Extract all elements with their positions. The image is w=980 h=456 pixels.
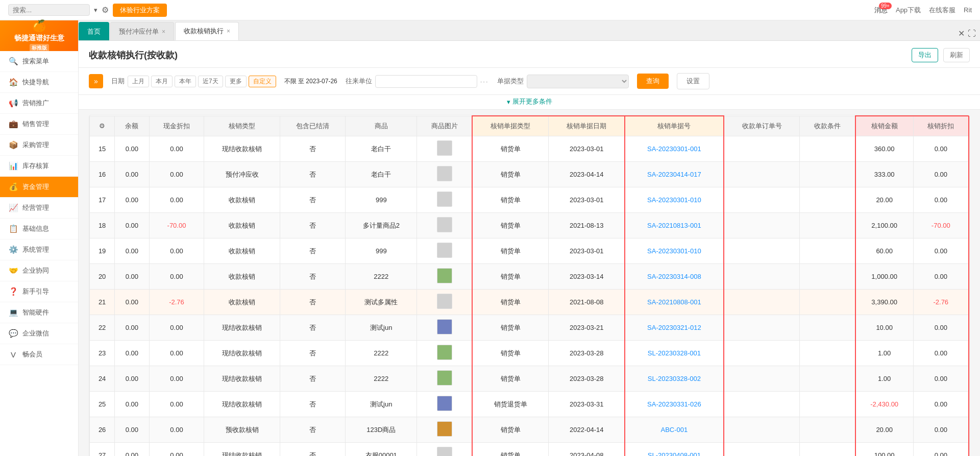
sidebar-item-guide[interactable]: ❓ 新手引导	[0, 281, 78, 302]
tab-writeoff-close[interactable]: ×	[227, 28, 230, 35]
row-bill-date: 2021-08-13	[549, 213, 625, 238]
industry-button[interactable]: 休验行业方案	[113, 4, 167, 17]
row-bill-no[interactable]: SL-20230328-002	[625, 366, 723, 392]
row-writeoff-discount: -2.76	[913, 290, 969, 315]
filter-expand-button[interactable]: »	[89, 74, 103, 88]
search-input[interactable]	[8, 4, 90, 16]
row-bill-no[interactable]: SA-20230301-001	[625, 136, 723, 162]
row-writeoff-discount: 0.00	[913, 136, 969, 162]
inventory-icon: 📊	[8, 161, 18, 171]
marketing-icon: 📢	[8, 99, 18, 108]
sidebar-item-hardware[interactable]: 💻 智能硬件	[0, 302, 78, 323]
row-bill-no[interactable]: SA-20230301-010	[625, 238, 723, 264]
table-area: ⚙ 余额 现金折扣 核销类型 包含已结清 商品 商品图片 核销单据类型 核销单据…	[79, 115, 980, 456]
app-download-link[interactable]: App下载	[896, 6, 921, 15]
row-cash-discount: 0.00	[149, 136, 204, 162]
query-button[interactable]: 查询	[637, 74, 669, 89]
row-included-settled: 否	[280, 187, 346, 213]
row-bill-no[interactable]: SA-20230301-010	[625, 187, 723, 213]
sidebar-item-label: 企业微信	[22, 329, 49, 338]
expand-more-button[interactable]: ▾ 展开更多条件	[507, 97, 552, 106]
col-gear-header[interactable]: ⚙	[90, 116, 115, 136]
row-bill-date: 2023-03-01	[549, 187, 625, 213]
col-product-img-header: 商品图片	[417, 116, 473, 136]
filter-bill-type-select[interactable]	[527, 75, 629, 88]
filter-more-btn[interactable]: 更多	[225, 76, 247, 87]
row-writeoff-amount: 3,390.00	[855, 290, 913, 315]
settings-button[interactable]: 设置	[677, 73, 709, 89]
tab-maximize-button[interactable]: ⛶	[968, 29, 976, 38]
online-service-link[interactable]: 在线客服	[929, 6, 955, 15]
sidebar-item-marketing[interactable]: 📢 营销推广	[0, 93, 78, 114]
filter-date-range: 不限 至 2023-07-26	[284, 77, 337, 86]
sidebar-item-search[interactable]: 🔍 搜索菜单	[0, 51, 78, 72]
chevron-down-icon[interactable]: ▾	[94, 6, 97, 14]
tab-bar-actions: ✕ ⛶	[958, 29, 980, 40]
row-cash-discount: -70.00	[149, 213, 204, 238]
tab-home[interactable]: 首页	[79, 22, 109, 40]
refresh-button[interactable]: 刷新	[943, 48, 970, 62]
row-product-img	[417, 238, 473, 264]
row-writeoff-type: 预收款核销	[204, 417, 280, 443]
sidebar-item-wechat[interactable]: 💬 企业微信	[0, 323, 78, 344]
sidebar-item-sales[interactable]: 💼 销售管理	[0, 114, 78, 135]
sidebar-item-quick[interactable]: 🏠 快捷导航	[0, 72, 78, 93]
row-bill-no[interactable]: SA-20210808-001	[625, 290, 723, 315]
sidebar-item-member[interactable]: V 畅会员	[0, 344, 78, 365]
row-receipt-terms	[800, 315, 855, 341]
row-bill-no[interactable]: SA-20230314-008	[625, 264, 723, 290]
filter-7days-btn[interactable]: 近7天	[198, 76, 223, 87]
row-bill-no[interactable]: SL-20230408-001	[625, 443, 723, 457]
sidebar-item-finance[interactable]: 💰 资金管理	[0, 177, 78, 198]
row-writeoff-type: 现结收款核销	[204, 366, 280, 392]
row-bill-no[interactable]: SL-20230328-001	[625, 341, 723, 366]
tab-writeoff[interactable]: 收款核销执行 ×	[175, 22, 239, 40]
row-bill-no[interactable]: SA-20230321-012	[625, 315, 723, 341]
filter-date-range-text: 不限 至 2023-07-26	[284, 77, 337, 86]
row-bill-type: 销货单	[472, 290, 548, 315]
filter-last-month-btn[interactable]: 上月	[128, 76, 149, 87]
row-bill-no[interactable]: SA-20230414-017	[625, 162, 723, 187]
row-bill-date: 2023-03-01	[549, 136, 625, 162]
row-no: 16	[90, 162, 115, 187]
row-bill-no[interactable]: ABC-001	[625, 417, 723, 443]
row-cash-discount: 0.00	[149, 417, 204, 443]
notification-icon[interactable]: 消息 99+	[874, 6, 888, 15]
sidebar-item-purchase[interactable]: 📦 采购管理	[0, 135, 78, 156]
tab-prepay-close[interactable]: ×	[162, 28, 165, 35]
row-balance: 0.00	[115, 366, 149, 392]
export-button[interactable]: 导出	[912, 48, 938, 62]
sidebar-item-operations[interactable]: 📈 经营管理	[0, 198, 78, 219]
row-receipt-order	[724, 162, 800, 187]
system-icon: ⚙️	[8, 245, 18, 254]
row-product-img	[417, 264, 473, 290]
row-writeoff-discount: 0.00	[913, 341, 969, 366]
top-bar-right: 消息 99+ App下载 在线客服 Rit	[874, 6, 972, 15]
row-bill-no[interactable]: SA-20230331-026	[625, 392, 723, 417]
tab-close-window-button[interactable]: ✕	[958, 29, 965, 38]
sidebar-item-enterprise[interactable]: 🤝 企业协同	[0, 260, 78, 281]
filter-partner-input[interactable]	[375, 75, 477, 88]
sidebar-item-label: 搜索菜单	[22, 57, 49, 66]
row-bill-type: 销货单	[472, 366, 548, 392]
filter-date-buttons: 上月 本月 本年 近7天 更多 自定义	[128, 76, 276, 87]
filter-this-year-btn[interactable]: 本年	[175, 76, 196, 87]
sidebar-item-label: 基础信息	[22, 224, 49, 233]
sidebar-item-system[interactable]: ⚙️ 系统管理	[0, 239, 78, 260]
row-product: 老白干	[346, 162, 417, 187]
filter-bar: » 日期 上月 本月 本年 近7天 更多 自定义 不限 至 2023-07-26	[79, 68, 980, 95]
sidebar-item-inventory[interactable]: 📊 库存核算	[0, 156, 78, 177]
filter-this-month-btn[interactable]: 本月	[151, 76, 173, 87]
settings-icon[interactable]: ⚙	[102, 5, 109, 15]
filter-custom-btn[interactable]: 自定义	[249, 76, 276, 87]
row-product: 测试jun	[346, 315, 417, 341]
row-bill-type: 销货单	[472, 341, 548, 366]
row-receipt-terms	[800, 187, 855, 213]
tab-prepay[interactable]: 预付冲应付单 ×	[110, 22, 174, 40]
row-balance: 0.00	[115, 213, 149, 238]
row-no: 22	[90, 315, 115, 341]
sidebar-item-basic[interactable]: 📋 基础信息	[0, 219, 78, 239]
filter-bill-type-group: 单据类型	[497, 75, 629, 88]
row-bill-no[interactable]: SA-20210813-001	[625, 213, 723, 238]
row-writeoff-type: 收款核销	[204, 187, 280, 213]
